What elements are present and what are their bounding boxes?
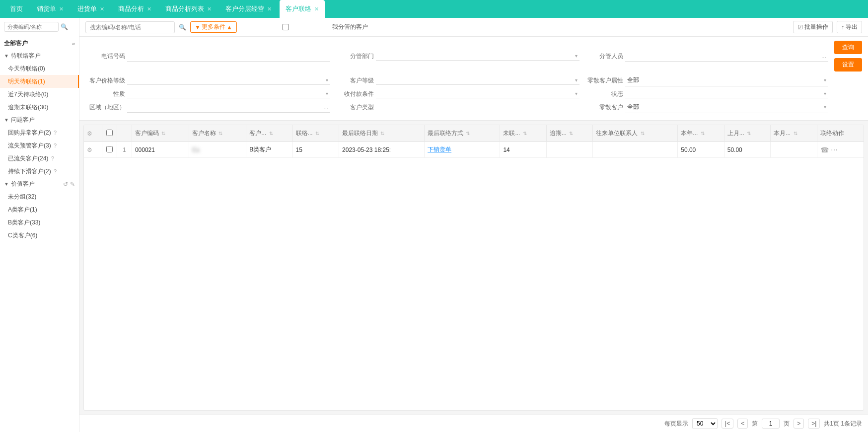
sort-icon: ⇅: [701, 131, 705, 136]
sidebar-group-problem[interactable]: ▼ 问题客户: [0, 114, 79, 126]
close-icon[interactable]: ✕: [147, 6, 151, 12]
nav-home[interactable]: 首页: [4, 0, 29, 18]
sidebar-item-today-contact[interactable]: 今天待联络(0): [0, 62, 79, 75]
dept-select[interactable]: ▾: [376, 52, 579, 61]
close-icon[interactable]: ✕: [59, 6, 64, 12]
batch-operation-button[interactable]: ☑ 批量操作: [793, 21, 833, 33]
close-icon[interactable]: ✕: [267, 6, 272, 12]
filter-field-phone: 电话号码: [85, 51, 330, 62]
sidebar-group-pending[interactable]: ▼ 待联络客户: [0, 50, 79, 62]
first-page-button[interactable]: |<: [722, 419, 733, 429]
next-page-button[interactable]: >: [794, 419, 804, 429]
filter-field-retail-attr: 零散客户属性 全部 ▾: [583, 74, 828, 86]
sidebar-group-value[interactable]: ▼ 价值客户 ↺ ✎: [0, 178, 79, 190]
export-button[interactable]: ↑ 导出: [837, 21, 862, 33]
region-select[interactable]: ...: [127, 102, 330, 113]
sidebar-search-input[interactable]: [4, 22, 59, 32]
price-level-select[interactable]: ▾: [127, 76, 330, 85]
filter-field-region: 区域（地区） ...: [85, 102, 330, 113]
sidebar-item-class-c[interactable]: C类客户(6): [0, 229, 79, 242]
sort-icon: ⇅: [315, 131, 319, 136]
page-label: 第: [752, 420, 758, 428]
table-header-not-linked[interactable]: 未联... ⇅: [500, 125, 546, 142]
arrow-icon: ▼: [4, 53, 9, 59]
table-header-contacts[interactable]: 联络... ⇅: [292, 125, 339, 142]
nav-purchase-order[interactable]: 进货单 ✕: [72, 0, 110, 18]
refresh-icon[interactable]: ↺: [63, 181, 68, 188]
edit-icon[interactable]: ✎: [70, 181, 75, 188]
nav-customer-tiering[interactable]: 客户分层经营 ✕: [219, 0, 278, 18]
sidebar-item-class-a[interactable]: A类客户(1): [0, 203, 79, 216]
search-icon[interactable]: 🔍: [61, 23, 68, 30]
table-header-this-month[interactable]: 本月... ⇅: [771, 125, 817, 142]
table-header-last-method[interactable]: 最后联络方式 ⇅: [425, 125, 500, 142]
sidebar-item-churn-warning[interactable]: 流失预警客户(3) ?: [0, 139, 79, 152]
my-customers-checkbox[interactable]: 我分管的客户: [241, 23, 368, 31]
contact-action-icon[interactable]: ☎: [820, 146, 829, 154]
set-button[interactable]: 设置: [834, 58, 862, 72]
filter-row-2: 客户价格等级 ▾ 客户等级 ▾ 零散客户属性 全部: [85, 74, 862, 86]
table-header-code[interactable]: 客户编码 ⇅: [132, 125, 189, 142]
status-select[interactable]: ▾: [625, 89, 828, 98]
table-header-name[interactable]: 客户名称 ⇅: [189, 125, 246, 142]
row-checkbox[interactable]: [102, 142, 117, 158]
main-layout: 🔍 全部客户 « ▼ 待联络客户 今天待联络(0) 明天待联络(1) 近7天待联…: [0, 18, 868, 432]
sort-icon: ⇅: [218, 131, 222, 136]
nav-sales-order[interactable]: 销货单 ✕: [31, 0, 70, 18]
row-unit-contact: [593, 142, 678, 158]
sidebar-item-declining[interactable]: 持续下滑客户(2) ?: [0, 165, 79, 178]
person-select[interactable]: ...: [625, 51, 828, 62]
retail-attr-select[interactable]: 全部 ▾: [625, 74, 828, 86]
customer-level-select[interactable]: ▾: [376, 76, 579, 85]
customer-level-label: 客户等级: [334, 76, 374, 85]
table-header-type[interactable]: 客户... ⇅: [246, 125, 292, 142]
row-gear[interactable]: ⚙: [84, 142, 102, 158]
table-header-settings[interactable]: ⚙: [84, 125, 102, 142]
nature-select[interactable]: ▾: [127, 89, 330, 98]
retail-customer-select[interactable]: 全部 ▾: [625, 101, 828, 113]
page-size-select[interactable]: 50 20 100: [692, 418, 718, 429]
dots-icon[interactable]: ...: [821, 53, 826, 60]
payment-select[interactable]: ▾: [376, 89, 579, 98]
query-button[interactable]: 查询: [834, 41, 862, 54]
sidebar-item-ungrouped[interactable]: 未分组(32): [0, 190, 79, 203]
nav-customer-contact[interactable]: 客户联络 ✕: [280, 0, 325, 18]
close-icon[interactable]: ✕: [207, 6, 212, 12]
sidebar-all-customers[interactable]: 全部客户 «: [0, 36, 79, 50]
sidebar-item-repurchase-abnormal[interactable]: 回购异常客户(2) ?: [0, 126, 79, 139]
table-header-last-date[interactable]: 最后联络日期 ⇅: [339, 125, 425, 142]
table-header-last-month[interactable]: 上月... ⇅: [724, 125, 770, 142]
prev-page-button[interactable]: <: [737, 419, 748, 429]
help-icon: ?: [54, 130, 57, 136]
row-last-method[interactable]: 下销货单: [425, 142, 500, 158]
table-header-overdue[interactable]: 逾期... ⇅: [546, 125, 592, 142]
nature-label: 性质: [85, 90, 125, 98]
table-header-checkbox[interactable]: [102, 125, 117, 142]
sidebar-item-overdue-contact[interactable]: 逾期未联络(30): [0, 101, 79, 114]
export-icon: ↑: [841, 24, 844, 31]
close-icon[interactable]: ✕: [314, 6, 319, 12]
filter-row-3: 性质 ▾ 收付款条件 ▾ 状态: [85, 89, 862, 98]
sidebar-item-churned[interactable]: 已流失客户(24) ?: [0, 152, 79, 165]
page-number-input[interactable]: [762, 419, 780, 429]
collapse-icon: «: [72, 41, 75, 47]
status-label: 状态: [583, 90, 623, 98]
more-action-icon[interactable]: ⋯: [831, 146, 838, 154]
dots-icon[interactable]: ...: [323, 104, 328, 111]
nav-product-analysis-list[interactable]: 商品分析列表 ✕: [159, 0, 217, 18]
dept-label: 分管部门: [334, 52, 374, 61]
phone-input[interactable]: [127, 51, 330, 62]
sidebar-item-class-b[interactable]: B类客户(33): [0, 216, 79, 229]
nav-product-analysis[interactable]: 商品分析 ✕: [112, 0, 157, 18]
table-header-this-year[interactable]: 本年... ⇅: [678, 125, 724, 142]
customer-type-select[interactable]: [376, 106, 579, 109]
close-icon[interactable]: ✕: [100, 6, 104, 12]
table-header-unit-contact[interactable]: 往来单位联系人 ⇅: [593, 125, 678, 142]
sidebar-item-7day-contact[interactable]: 近7天待联络(0): [0, 88, 79, 101]
filter-search-icon[interactable]: 🔍: [179, 24, 186, 31]
last-page-button[interactable]: >|: [808, 419, 820, 429]
sidebar-item-tomorrow-contact[interactable]: 明天待联络(1): [0, 75, 79, 88]
filter-field-retail-customer: 零散客户 全部 ▾: [583, 101, 828, 113]
more-conditions-button[interactable]: ▼ 更多条件 ▲: [190, 21, 237, 33]
search-input[interactable]: [85, 21, 175, 33]
